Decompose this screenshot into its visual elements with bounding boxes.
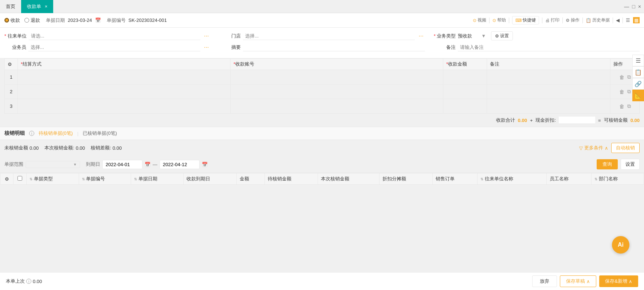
row-2-delete-icon[interactable]: 🗑 (619, 89, 624, 95)
sort-icon: ⇅ (82, 177, 85, 181)
equals-sign: = (598, 118, 601, 123)
form-section: 往来单位 ··· 门店 ··· 业务类型 预收款 ▼ (0, 28, 644, 58)
range-select[interactable]: ▼ (25, 161, 80, 168)
search-filters: 单据范围 ▼ 到期日 📅 — 📅 查询 设置 (0, 156, 644, 173)
form-row-2: 业务员 ··· 摘要 备注 (4, 43, 640, 51)
row-1-copy-icon[interactable]: ⧉ (627, 74, 631, 80)
col-partner-header: ⇅ 往来单位名称 (478, 173, 547, 185)
verify-info-icon[interactable]: i (29, 131, 34, 136)
save-new-btn[interactable]: 保存&新增 ∧ (599, 275, 638, 287)
salesperson-input[interactable] (28, 43, 200, 51)
range-filter: 单据范围 ▼ (4, 161, 80, 168)
row-2-copy-icon[interactable]: ⧉ (627, 89, 631, 95)
table-settings-btn[interactable]: 设置 (621, 159, 640, 170)
col-amount-header: 金额 (237, 173, 265, 185)
main-toolbar: 收款 退款 单据日期 2023-03-24 📅 单据编号 SK-20230324… (0, 13, 644, 28)
print-btn[interactable]: 🖨 打印 (545, 17, 559, 23)
close-icon[interactable]: × (638, 4, 641, 9)
partner-field: 往来单位 ··· (4, 32, 210, 40)
filter-icon: ▽ (579, 145, 583, 151)
query-btn[interactable]: 查询 (597, 159, 618, 169)
row-1-settlement[interactable] (18, 70, 231, 85)
col-settings-icon[interactable]: ⚙ (0, 173, 13, 185)
col-staff-header: 员工名称 (547, 173, 592, 185)
remark-input[interactable] (458, 43, 640, 51)
calendar-from-icon[interactable]: 📅 (145, 162, 150, 167)
radio-refund[interactable]: 退款 (24, 17, 40, 24)
col-remark-header: 备注 (487, 59, 610, 70)
form-row-1: 往来单位 ··· 门店 ··· 业务类型 预收款 ▼ (4, 31, 640, 40)
table-settings-header[interactable]: ⚙ (5, 59, 18, 70)
bottom-table-container: ⚙ ⇅ 单据类型 ⇅ 单据编号 ⇅ (0, 173, 644, 272)
summary-field: 摘要 (219, 43, 425, 51)
row-2-amount[interactable] (443, 85, 487, 99)
sidebar-icon-1[interactable]: ☰ (632, 55, 644, 66)
row-3-copy-icon[interactable]: ⧉ (627, 103, 631, 109)
table-gear-icon[interactable]: ⚙ (8, 62, 12, 67)
auto-verify-btn[interactable]: 自动核销 (611, 143, 640, 153)
row-3-remark[interactable] (487, 99, 610, 114)
row-3-settlement[interactable] (18, 99, 231, 114)
row-2-settlement[interactable] (18, 85, 231, 99)
pending-tab[interactable]: 待核销单据(0笔) (39, 130, 73, 137)
done-tab[interactable]: 已核销单据(0笔) (83, 130, 117, 137)
row-2-remark[interactable] (487, 85, 610, 99)
current-verify-label: 本次核销金额: (44, 145, 74, 151)
tab-receipt[interactable]: 收款单 × (21, 0, 53, 13)
summary-input[interactable] (243, 43, 425, 51)
partner-input[interactable] (29, 32, 200, 40)
shortcut-btn[interactable]: ⌨ 快捷键 (512, 16, 539, 24)
sidebar-icon-2[interactable]: 📋 (632, 66, 644, 78)
save-draft-btn[interactable]: 保存草稿 ∧ (560, 275, 596, 287)
nav-prev-icon[interactable]: ◀ (616, 17, 620, 23)
col-checkbox-header (13, 173, 27, 185)
maximize-icon[interactable]: □ (632, 4, 635, 9)
toolbar-actions: ⊙ 视频 ⊙ 帮助 ⌨ 快捷键 🖨 打印 (473, 16, 640, 24)
footer-actions: 放弃 保存草稿 ∧ 保存&新增 ∧ (532, 275, 638, 287)
row-1-remark[interactable] (487, 70, 610, 85)
col-current-header: 本次核销金额 (318, 173, 379, 185)
store-more-btn[interactable]: ··· (417, 33, 425, 39)
salesperson-more-btn[interactable]: ··· (203, 44, 210, 51)
operations-btn[interactable]: ⚙ 操作 (566, 17, 580, 23)
row-3-amount[interactable] (443, 99, 487, 114)
calendar-to-icon[interactable]: 📅 (202, 162, 208, 167)
video-btn[interactable]: ⊙ 视频 (473, 17, 486, 23)
sidebar-icon-4[interactable]: 📐 (632, 90, 644, 101)
row-1-account[interactable] (230, 70, 443, 85)
col-doc-date-header: ⇅ 单据日期 (131, 173, 184, 185)
ai-badge[interactable]: Ai (612, 236, 629, 254)
business-type-arrow[interactable]: ▼ (481, 33, 486, 39)
due-date-to[interactable] (160, 160, 200, 169)
list-view-icon[interactable]: ☰ (626, 17, 630, 23)
radio-receipt[interactable]: 收款 (4, 17, 20, 24)
range-arrow-icon: ▼ (73, 162, 77, 166)
sidebar-icon-3[interactable]: 🔗 (632, 78, 644, 90)
grid-view-icon[interactable]: ▦ (633, 17, 640, 23)
sort-icon: ⇅ (134, 177, 137, 181)
more-conditions-btn[interactable]: ▽ 更多条件 ∧ (579, 145, 608, 151)
row-1-delete-icon[interactable]: 🗑 (619, 74, 624, 80)
tab-close-icon[interactable]: × (45, 4, 48, 9)
due-date-from[interactable] (102, 160, 142, 169)
row-3-delete-icon[interactable]: 🗑 (619, 103, 624, 109)
partner-more-btn[interactable]: ··· (203, 33, 210, 39)
select-all-checkbox[interactable] (17, 176, 22, 181)
footer-info-icon[interactable]: i (26, 279, 31, 284)
col-settlement-header: *结算方式 (18, 59, 231, 70)
history-btn[interactable]: 📋 历史单据 (586, 17, 610, 23)
help-btn[interactable]: ⊙ 帮助 (492, 17, 506, 23)
col-due-date-header: 收款到期日 (184, 173, 237, 185)
filter-right: 查询 设置 (597, 159, 640, 170)
row-3-account[interactable] (230, 99, 443, 114)
settings-btn[interactable]: ⚙ 设置 (491, 31, 513, 40)
row-1-amount[interactable] (443, 70, 487, 85)
store-input[interactable] (243, 32, 415, 40)
row-2-account[interactable] (230, 85, 443, 99)
tab-home[interactable]: 首页 (0, 0, 21, 13)
business-type-field: 业务类型 预收款 ▼ ⚙ 设置 (434, 31, 640, 40)
discount-input[interactable] (559, 117, 595, 124)
abandon-btn[interactable]: 放弃 (532, 275, 557, 287)
minimize-icon[interactable]: — (624, 4, 629, 9)
calendar-icon[interactable]: 📅 (95, 17, 101, 23)
